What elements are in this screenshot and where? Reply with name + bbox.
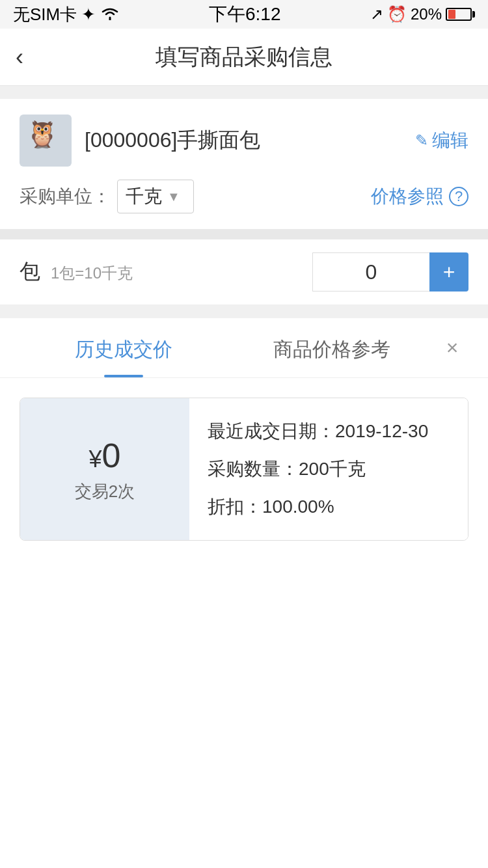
status-right: ↗ ⏰ 20% (370, 5, 475, 23)
price-qty-row: 采购数量：200千克 (208, 455, 450, 483)
battery-icon (446, 8, 475, 21)
price-number: 0 (102, 437, 121, 474)
qty-unit-name: 包 (20, 258, 40, 286)
price-card-right: 最近成交日期：2019-12-30 采购数量：200千克 折扣：100.00% (189, 398, 468, 540)
price-value: ¥0 (89, 436, 121, 475)
history-content: ¥0 交易2次 最近成交日期：2019-12-30 采购数量：200千克 折扣：… (0, 378, 488, 560)
tab-section: 历史成交价 商品价格参考 × ¥0 交易2次 最近成交日期：2019-12-30… (0, 318, 488, 560)
discount-label: 折扣： (208, 496, 262, 517)
battery-pct: 20% (411, 5, 442, 23)
price-ref-label: 价格参照 (371, 184, 444, 209)
unit-dropdown-icon: ▼ (167, 189, 180, 204)
price-ref-button[interactable]: 价格参照 ? (371, 184, 468, 209)
quantity-row: 包 1包=10千克 0 + (0, 239, 488, 305)
help-icon: ? (449, 187, 468, 206)
page-title: 填写商品采购信息 (156, 42, 332, 72)
price-card-left: ¥0 交易2次 (20, 398, 189, 540)
section-divider (0, 229, 488, 239)
unit-label: 采购单位： (20, 184, 111, 209)
tab-close-button[interactable]: × (436, 332, 468, 364)
edit-icon: ✎ (415, 131, 428, 150)
date-value: 2019-12-30 (335, 421, 428, 441)
product-unit-row: 采购单位： 千克 ▼ 价格参照 ? (20, 180, 468, 213)
tab-history-price[interactable]: 历史成交价 (20, 318, 228, 377)
edit-button[interactable]: ✎ 编辑 (415, 128, 468, 153)
qty-value: 200千克 (299, 459, 366, 479)
alarm-icon: ⏰ (387, 5, 407, 23)
nav-bar: ‹ 填写商品采购信息 (0, 29, 488, 86)
bottom-area (0, 560, 488, 868)
product-left: 🦉 [0000006]手撕面包 (20, 115, 260, 167)
product-card: 🦉 [0000006]手撕面包 ✎ 编辑 采购单位： 千克 ▼ 价格参照 ? (0, 99, 488, 229)
price-date-row: 最近成交日期：2019-12-30 (208, 418, 450, 445)
tab-header: 历史成交价 商品价格参考 × (0, 318, 488, 378)
product-thumbnail: 🦉 (20, 115, 72, 167)
edit-label: 编辑 (432, 128, 468, 153)
status-carrier: 无SIM卡 ✦ (13, 3, 119, 26)
qty-input[interactable]: 0 (312, 252, 429, 292)
date-label: 最近成交日期： (208, 421, 335, 441)
qty-input-group: 0 + (312, 252, 468, 292)
status-bar: 无SIM卡 ✦ 下午6:12 ↗ ⏰ 20% (0, 0, 488, 29)
qty-conversion: 1包=10千克 (51, 263, 133, 284)
product-name: [0000006]手撕面包 (85, 126, 260, 155)
discount-value: 100.00% (262, 496, 334, 517)
qty-plus-button[interactable]: + (429, 252, 468, 292)
product-image-icon: 🦉 (26, 120, 59, 148)
price-card: ¥0 交易2次 最近成交日期：2019-12-30 采购数量：200千克 折扣：… (20, 398, 468, 541)
carrier-text: 无SIM卡 ✦ (13, 3, 96, 26)
price-discount-row: 折扣：100.00% (208, 493, 450, 521)
unit-value: 千克 (126, 184, 162, 209)
product-header: 🦉 [0000006]手撕面包 ✎ 编辑 (20, 115, 468, 167)
tab-product-price-ref[interactable]: 商品价格参考 (228, 318, 436, 377)
location-icon: ↗ (370, 5, 383, 23)
qty-label-group: 包 1包=10千克 (20, 258, 133, 286)
back-button[interactable]: ‹ (16, 44, 23, 71)
wifi-icon (101, 5, 119, 25)
price-trades: 交易2次 (75, 480, 135, 503)
qty-label: 采购数量： (208, 459, 299, 479)
currency-symbol: ¥ (89, 446, 102, 472)
unit-select[interactable]: 千克 ▼ (117, 180, 194, 213)
status-time: 下午6:12 (209, 2, 281, 27)
